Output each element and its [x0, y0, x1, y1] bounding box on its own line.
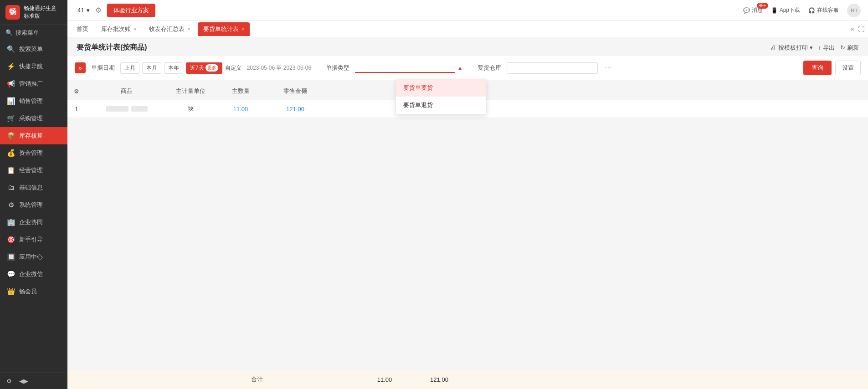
hot-badge: 更多 — [205, 64, 218, 72]
nav-label-sales: 销售管理 — [19, 97, 43, 105]
export-button[interactable]: ↑ 导出 — [818, 44, 835, 52]
row-unit: 块 — [168, 100, 213, 118]
row-num: 1 — [67, 100, 86, 118]
nav-label-quick: 快捷导航 — [19, 62, 43, 71]
type-selector: ▲ — [355, 63, 463, 73]
nav-icon-search: 🔍 — [6, 45, 15, 53]
logo-text-block: 畅捷通好生意 标准版 — [24, 5, 56, 20]
footer-label: 合计 — [202, 375, 312, 384]
sidebar-item-search[interactable]: 🔍搜索菜单 — [0, 41, 67, 58]
nav-label-enterprise: 企业协同 — [19, 218, 43, 226]
query-button[interactable]: 查询 — [803, 61, 832, 75]
page-header: 要货单统计表(按商品) 🖨 按模板打印 ▾ ↑ 导出 ↻ 刷新 — [67, 37, 868, 56]
service-icon: 🎧 — [808, 7, 815, 14]
store-selector[interactable]: 41 ▾ — [75, 7, 90, 14]
nav-label-member: 畅会员 — [19, 287, 37, 296]
date-btn-custom[interactable]: 自定义 — [225, 64, 241, 72]
footer-amount: 121.00 — [412, 376, 467, 383]
qty-link[interactable]: 11.00 — [233, 106, 248, 113]
sidebar-item-enterprise[interactable]: 🏢企业协同 — [0, 214, 67, 231]
goods-bar-1 — [106, 106, 128, 112]
date-btn-this-year[interactable]: 本年 — [164, 62, 183, 74]
store-num: 41 — [77, 7, 84, 14]
type-arrow-icon[interactable]: ▲ — [457, 65, 463, 72]
message-button[interactable]: 💬 消息 99+ — [743, 6, 763, 14]
page-title: 要货单统计表(按商品) — [77, 43, 147, 52]
nav-icon-member: 👑 — [6, 287, 15, 296]
nav-label-operation: 经营管理 — [19, 166, 43, 174]
amount-link[interactable]: 121.00 — [286, 106, 304, 113]
tab-home[interactable]: 首页 — [71, 22, 94, 36]
dropdown-item-return[interactable]: 要货单退货 — [396, 97, 486, 114]
nav-icon-operation: 📋 — [6, 166, 15, 174]
sidebar-search-label: 搜索菜单 — [15, 29, 39, 37]
nav-label-search: 搜索菜单 — [19, 45, 43, 53]
footer-qty: 11.00 — [357, 376, 412, 383]
refresh-button[interactable]: ↻ 刷新 — [840, 44, 859, 52]
tab-requisition-stat[interactable]: 要货单统计表 × — [198, 22, 250, 36]
avatar[interactable]: Rit — [847, 4, 861, 17]
message-icon: 💬 — [743, 7, 750, 14]
service-button[interactable]: 🎧 在线客服 — [808, 6, 839, 14]
filter-toggle-button[interactable]: » — [75, 62, 86, 73]
nav-label-finance: 资金管理 — [19, 149, 43, 157]
sidebar-item-appstore[interactable]: 🔲应用中心 — [0, 248, 67, 266]
col-settings-icon[interactable]: ⚙ — [74, 88, 79, 95]
date-btn-this-month[interactable]: 本月 — [142, 62, 161, 74]
service-label: 在线客服 — [817, 6, 839, 14]
nav-icon-purchase: 🛒 — [6, 114, 15, 123]
sidebar-search[interactable]: 🔍 搜索菜单 — [0, 25, 67, 41]
tab-requisition-stat-label: 要货单统计表 — [203, 25, 239, 33]
sidebar-item-newbie[interactable]: 🎯新手引导 — [0, 231, 67, 248]
sidebar-item-sales[interactable]: 📊销售管理 — [0, 92, 67, 110]
nav-icon-appstore: 🔲 — [6, 253, 15, 261]
trial-button[interactable]: 体验行业方案 — [107, 4, 155, 17]
nav-icon-sales: 📊 — [6, 97, 15, 105]
sidebar-item-member[interactable]: 👑畅会员 — [0, 283, 67, 300]
tab-close-window[interactable]: × — [851, 26, 854, 33]
message-badge: 99+ — [757, 3, 768, 9]
more-filters-icon[interactable]: ··· — [605, 64, 611, 72]
sidebar-item-basic[interactable]: 🗂基础信息 — [0, 179, 67, 196]
tabs-right: × ⛶ — [851, 26, 864, 33]
sidebar-item-wechat[interactable]: 💬企业微信 — [0, 266, 67, 283]
type-input[interactable] — [355, 63, 455, 73]
topbar-gear-icon[interactable]: ⚙ — [95, 6, 102, 15]
logo-title: 畅捷通好生意 — [24, 5, 56, 12]
sidebar-item-operation[interactable]: 📋经营管理 — [0, 162, 67, 179]
tab-receipt-summary[interactable]: 收发存汇总表 × — [144, 22, 195, 36]
set-button[interactable]: 设置 — [835, 61, 861, 75]
print-button[interactable]: 🖨 按模板打印 ▾ — [770, 44, 813, 52]
main-area: 41 ▾ ⚙ 体验行业方案 💬 消息 99+ 📱 App下载 🎧 在线客服 Ri… — [67, 0, 868, 389]
refresh-label: 刷新 — [847, 44, 859, 52]
sidebar-item-quick[interactable]: ⚡快捷导航 — [0, 58, 67, 75]
date-btn-last-month[interactable]: 上月 — [120, 62, 139, 74]
nav-label-basic: 基础信息 — [19, 184, 43, 192]
sidebar-item-purchase[interactable]: 🛒采购管理 — [0, 110, 67, 127]
settings-icon[interactable]: ⚙ — [6, 378, 12, 384]
sidebar-item-marketing[interactable]: 📢营销推广 — [0, 75, 67, 92]
tab-requisition-stat-close[interactable]: × — [241, 26, 244, 32]
tab-inventory-batch-close[interactable]: × — [134, 26, 136, 32]
date-btn-7days[interactable]: 近7天 更多 — [186, 62, 222, 74]
date-range: 2023-05-06 至 2023-06-06 — [247, 64, 311, 72]
dropdown-item-requisition[interactable]: 要货单要货 — [396, 79, 486, 97]
nav-icon-inventory: 📦 — [6, 132, 15, 140]
app-download-button[interactable]: 📱 App下载 — [771, 6, 800, 14]
tab-home-label: 首页 — [77, 25, 88, 33]
nav-label-purchase: 采购管理 — [19, 114, 43, 123]
tab-receipt-summary-close[interactable]: × — [187, 26, 190, 32]
warehouse-input[interactable] — [507, 62, 598, 74]
sidebar-item-system[interactable]: ⚙系统管理 — [0, 196, 67, 214]
nav-label-wechat: 企业微信 — [19, 270, 43, 278]
collapse-icon[interactable]: ◀▶ — [19, 378, 28, 384]
tab-fullscreen-icon[interactable]: ⛶ — [858, 26, 864, 33]
export-label: 导出 — [823, 44, 835, 52]
date-label: 单据日期 — [91, 64, 115, 72]
sidebar-nav: 🔍搜索菜单⚡快捷导航📢营销推广📊销售管理🛒采购管理📦库存核算💰资金管理📋经营管理… — [0, 41, 67, 373]
tab-inventory-batch[interactable]: 库存批次账 × — [96, 22, 142, 36]
nav-label-newbie: 新手引导 — [19, 235, 43, 244]
sidebar-item-finance[interactable]: 💰资金管理 — [0, 144, 67, 162]
nav-label-system: 系统管理 — [19, 201, 43, 209]
sidebar-item-inventory[interactable]: 📦库存核算 — [0, 127, 67, 144]
